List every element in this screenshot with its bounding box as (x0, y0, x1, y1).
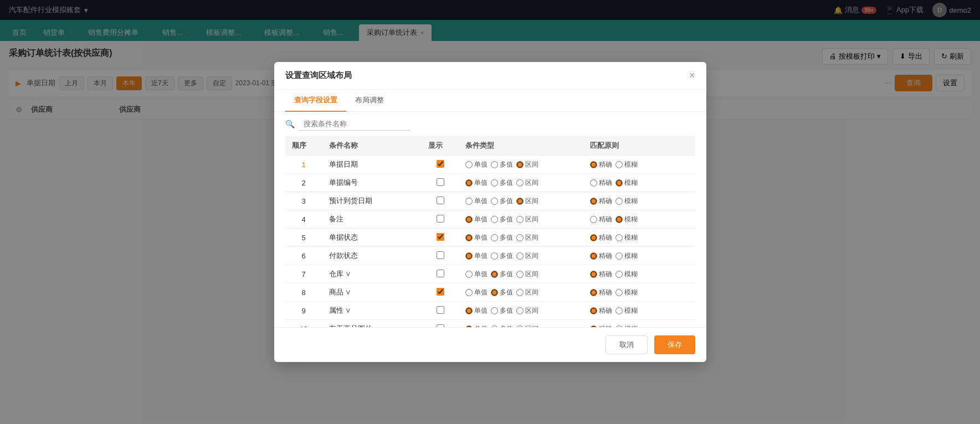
type-radio-single[interactable]: 单值 (465, 197, 488, 206)
type-radio-range[interactable]: 区间 (516, 178, 538, 188)
show-checkbox[interactable] (437, 288, 444, 296)
type-radio-multi[interactable]: 多值 (491, 178, 513, 188)
field-table: 顺序 条件名称 显示 条件类型 匹配原则 (285, 136, 695, 156)
show-checkbox[interactable] (437, 233, 444, 241)
match-radio-exact[interactable]: 精确 (590, 251, 612, 261)
cell-match: 精确模糊 (583, 210, 695, 229)
match-radio-fuzzy[interactable]: 模糊 (615, 197, 638, 206)
type-radio-multi[interactable]: 多值 (491, 288, 513, 297)
show-checkbox[interactable] (437, 178, 444, 186)
show-checkbox[interactable] (437, 251, 444, 259)
cell-match: 精确模糊 (583, 174, 695, 192)
type-radio-single[interactable]: 单值 (465, 251, 488, 261)
type-radio-range[interactable]: 区间 (516, 197, 538, 206)
type-radio-single[interactable]: 单值 (465, 270, 488, 279)
match-radio-exact[interactable]: 精确 (590, 215, 612, 224)
match-radio-fuzzy[interactable]: 模糊 (615, 288, 638, 297)
match-radio-exact[interactable]: 精确 (590, 270, 612, 279)
type-radio-multi[interactable]: 多值 (491, 270, 513, 279)
cell-match: 精确模糊 (583, 192, 695, 210)
type-radio-group: 单值多值区间 (465, 197, 576, 206)
cell-show (422, 156, 459, 174)
cell-order: 1 (285, 156, 322, 174)
type-radio-single[interactable]: 单值 (465, 178, 488, 188)
type-radio-group: 单值多值区间 (465, 270, 576, 279)
match-radio-fuzzy[interactable]: 模糊 (615, 160, 638, 169)
type-radio-multi[interactable]: 多值 (491, 160, 513, 169)
cell-match: 精确模糊 (583, 229, 695, 247)
type-radio-multi[interactable]: 多值 (491, 215, 513, 224)
type-radio-multi[interactable]: 多值 (491, 306, 513, 316)
type-radio-group: 单值多值区间 (465, 306, 576, 316)
match-radio-group: 精确模糊 (590, 233, 689, 242)
type-radio-range[interactable]: 区间 (516, 233, 538, 242)
type-radio-multi[interactable]: 多值 (491, 197, 513, 206)
match-radio-group: 精确模糊 (590, 251, 689, 261)
cell-order: 7 (285, 265, 322, 283)
type-radio-range[interactable]: 区间 (516, 288, 538, 297)
type-radio-single[interactable]: 单值 (465, 160, 488, 169)
type-radio-group: 单值多值区间 (465, 251, 576, 261)
show-checkbox[interactable] (437, 197, 444, 204)
cell-show (422, 302, 459, 320)
cell-match: 精确模糊 (583, 320, 695, 328)
type-radio-range[interactable]: 区间 (516, 160, 538, 169)
cancel-button[interactable]: 取消 (606, 335, 648, 354)
cell-type: 单值多值区间 (459, 302, 583, 320)
match-radio-fuzzy[interactable]: 模糊 (615, 178, 638, 188)
type-radio-range[interactable]: 区间 (516, 306, 538, 316)
cell-name: 商品 ∨ (322, 283, 422, 302)
match-radio-exact[interactable]: 精确 (590, 160, 612, 169)
cell-name: 单据编号 (322, 174, 422, 192)
match-radio-group: 精确模糊 (590, 160, 689, 169)
cell-name: 仓库 ∨ (322, 265, 422, 283)
match-radio-exact[interactable]: 精确 (590, 178, 612, 188)
field-data-table: 1单据日期单值多值区间精确模糊2单据编号单值多值区间精确模糊3预计到货日期单值多… (285, 156, 695, 327)
match-radio-fuzzy[interactable]: 模糊 (615, 270, 638, 279)
table-row: 4备注单值多值区间精确模糊 (285, 210, 695, 229)
match-radio-fuzzy[interactable]: 模糊 (615, 251, 638, 261)
cell-show (422, 320, 459, 328)
match-radio-exact[interactable]: 精确 (590, 288, 612, 297)
type-radio-multi[interactable]: 多值 (491, 233, 513, 242)
table-row: 6付款状态单值多值区间精确模糊 (285, 247, 695, 265)
match-radio-exact[interactable]: 精确 (590, 233, 612, 242)
cell-show (422, 210, 459, 229)
type-radio-single[interactable]: 单值 (465, 288, 488, 297)
show-checkbox[interactable] (437, 215, 444, 223)
type-radio-range[interactable]: 区间 (516, 270, 538, 279)
table-row: 3预计到货日期单值多值区间精确模糊 (285, 192, 695, 210)
match-radio-fuzzy[interactable]: 模糊 (615, 233, 638, 242)
dialog-title: 设置查询区域布局 (285, 70, 352, 81)
cell-type: 单值多值区间 (459, 265, 583, 283)
table-row: 1单据日期单值多值区间精确模糊 (285, 156, 695, 174)
type-radio-group: 单值多值区间 (465, 288, 576, 297)
cell-order: 8 (285, 283, 322, 302)
col-header-order: 顺序 (285, 136, 322, 156)
type-radio-multi[interactable]: 多值 (491, 251, 513, 261)
type-radio-single[interactable]: 单值 (465, 215, 488, 224)
dialog-close-btn[interactable]: × (689, 70, 695, 81)
type-radio-single[interactable]: 单值 (465, 306, 488, 316)
search-input[interactable] (299, 117, 410, 131)
cell-order: 4 (285, 210, 322, 229)
cell-order: 9 (285, 302, 322, 320)
tab-query-fields[interactable]: 查询字段设置 (285, 90, 346, 112)
save-button[interactable]: 保存 (654, 335, 695, 354)
match-radio-fuzzy[interactable]: 模糊 (615, 215, 638, 224)
type-radio-single[interactable]: 单值 (465, 233, 488, 242)
show-checkbox[interactable] (437, 306, 444, 314)
tab-layout-adjust[interactable]: 布局调整 (346, 90, 393, 112)
dialog: 设置查询区域布局 × 查询字段设置 布局调整 🔍 顺序 条件名称 (274, 62, 706, 362)
match-radio-exact[interactable]: 精确 (590, 197, 612, 206)
cell-match: 精确模糊 (583, 265, 695, 283)
match-radio-fuzzy[interactable]: 模糊 (615, 306, 638, 316)
cell-name: 预计到货日期 (322, 192, 422, 210)
type-radio-range[interactable]: 区间 (516, 215, 538, 224)
type-radio-range[interactable]: 区间 (516, 251, 538, 261)
show-checkbox[interactable] (437, 270, 444, 277)
cell-match: 精确模糊 (583, 283, 695, 302)
cell-name: 单据日期 (322, 156, 422, 174)
show-checkbox[interactable] (437, 160, 444, 168)
match-radio-exact[interactable]: 精确 (590, 306, 612, 316)
